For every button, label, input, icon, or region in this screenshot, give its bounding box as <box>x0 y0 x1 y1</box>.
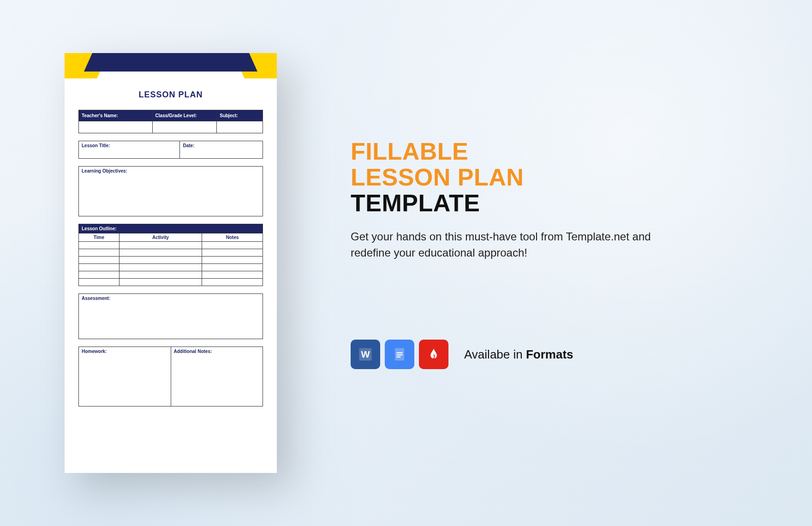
promo-pane: FILLABLE LESSON PLAN TEMPLATE Get your h… <box>351 138 674 369</box>
svg-rect-5 <box>396 357 400 358</box>
field-lesson-title: Lesson Title: <box>79 141 180 159</box>
svg-text:W: W <box>361 349 370 359</box>
headline-line3: TEMPLATE <box>351 190 674 216</box>
learning-objectives-box: Learning Objectives: <box>78 166 263 216</box>
field-learning-objectives: Learning Objectives: <box>79 167 263 175</box>
formats-label: Availabe in Formats <box>464 347 573 362</box>
formats-row: W Availabe in Formats <box>351 340 674 369</box>
svg-rect-3 <box>396 353 403 353</box>
field-additional-notes: Additional Notes: <box>171 347 263 356</box>
field-lesson-outline: Lesson Outline: <box>79 224 263 233</box>
google-docs-icon <box>385 340 414 369</box>
lesson-plan-preview: LESSON PLAN Teacher's Name: Class/Grade … <box>65 53 277 473</box>
promo-subcopy: Get your hands on this must-have tool fr… <box>351 229 674 261</box>
info-table: Teacher's Name: Class/Grade Level: Subje… <box>78 110 263 133</box>
formats-bold: Formats <box>526 347 573 361</box>
document-title: LESSON PLAN <box>78 90 263 100</box>
pdf-icon <box>419 340 448 369</box>
assessment-box: Assessment: <box>78 293 263 339</box>
field-subject: Subject: <box>217 110 263 121</box>
svg-rect-4 <box>396 354 403 355</box>
field-assessment: Assessment: <box>79 294 263 303</box>
field-class-grade: Class/Grade Level: <box>152 110 217 121</box>
col-time: Time <box>79 233 119 242</box>
lesson-outline-table: Lesson Outline: Time Activity Notes <box>78 224 263 286</box>
bottom-row: Homework: Additional Notes: <box>78 347 263 406</box>
col-activity: Activity <box>119 233 202 242</box>
headline-line2: LESSON PLAN <box>351 164 674 190</box>
headline-line1: FILLABLE <box>351 138 674 164</box>
document-header-band <box>65 53 277 81</box>
additional-notes-box: Additional Notes: <box>171 347 263 406</box>
field-teacher-name: Teacher's Name: <box>79 110 153 121</box>
promo-headline: FILLABLE LESSON PLAN TEMPLATE <box>351 138 674 216</box>
homework-box: Homework: <box>78 347 171 406</box>
title-date-table: Lesson Title: Date: <box>78 141 263 159</box>
col-notes: Notes <box>202 233 263 242</box>
field-homework: Homework: <box>79 347 171 356</box>
word-icon: W <box>351 340 380 369</box>
formats-prefix: Availabe in <box>464 347 526 361</box>
field-date: Date: <box>180 141 263 159</box>
